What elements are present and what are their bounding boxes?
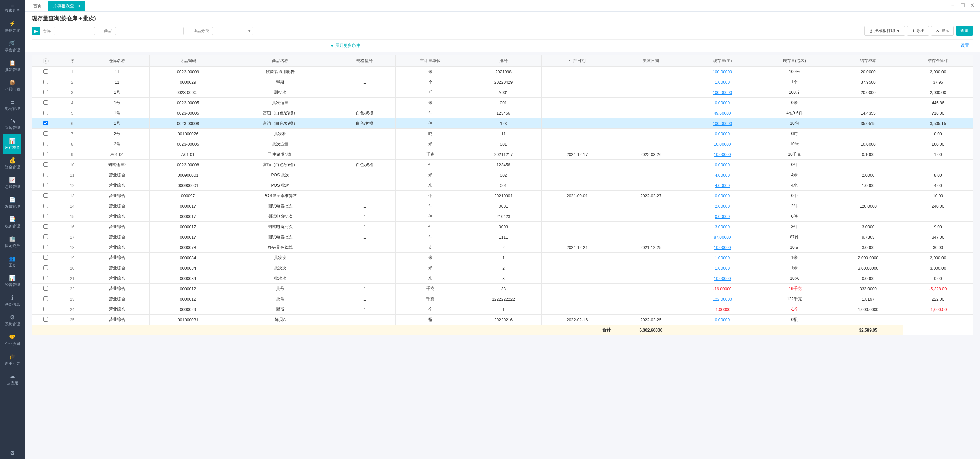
table-row[interactable]: 4 1号 0023-00005 批次适量 米 001 0.00000 0米 44… — [32, 98, 973, 108]
row-checkbox[interactable] — [32, 232, 60, 242]
close-button[interactable]: ✕ — [968, 2, 977, 9]
minimize-button[interactable]: － — [948, 2, 958, 9]
row-qty[interactable]: 0.00000 — [689, 160, 756, 170]
row-qty[interactable]: 122.00000 — [689, 294, 756, 304]
row-checkbox[interactable] — [32, 88, 60, 98]
table-row[interactable]: 15 营业综合 0000017 测试电窗批次 1 件 210423 0.0000… — [32, 212, 973, 222]
row-checkbox[interactable] — [32, 315, 60, 325]
select-all-icon[interactable]: ○ — [43, 58, 49, 64]
row-qty[interactable]: 87.00000 — [689, 232, 756, 242]
sidebar-item-1[interactable]: ⚡快捷导航 — [3, 17, 21, 37]
table-row[interactable]: 19 营业综合 0000084 批次次 米 1 1.00000 1米 2,000… — [32, 253, 973, 263]
sidebar-item-16[interactable]: ⚙系统管理 — [3, 311, 21, 330]
sidebar-item-19[interactable]: ☁云应用 — [3, 370, 21, 389]
row-checkbox[interactable] — [32, 304, 60, 315]
row-qty[interactable]: 1.00000 — [689, 77, 756, 88]
setting-button[interactable]: 设置 — [956, 41, 973, 50]
row-qty[interactable]: -1.00000 — [689, 304, 756, 315]
sidebar-item-14[interactable]: 📊经营管理 — [3, 271, 21, 291]
table-row[interactable]: 12 营业综合 000900001 POS 批次 米 001 4.00000 4… — [32, 180, 973, 191]
warehouse-input[interactable] — [54, 27, 95, 35]
row-qty[interactable]: 0.00000 — [689, 212, 756, 222]
sidebar-item-4[interactable]: 📦小额电商 — [3, 76, 21, 96]
row-checkbox[interactable] — [32, 77, 60, 88]
sidebar-item-3[interactable]: 📋批发管理 — [3, 56, 21, 76]
table-row[interactable]: 16 营业综合 0000017 测试电窗批次 1 件 0003 3.00000 … — [32, 222, 973, 232]
row-qty[interactable]: 1.00000 — [689, 263, 756, 273]
print-button[interactable]: 🖨 按模板打印 ▼ — [864, 26, 905, 36]
tab-home[interactable]: 首页 — [28, 1, 47, 11]
table-row[interactable]: 24 营业综合 0000029 攀斯 1 个 1 -1.00000 -1个 1,… — [32, 304, 973, 315]
row-qty[interactable]: 3.00000 — [689, 222, 756, 232]
sidebar-item-8[interactable]: 💰资金管理 — [3, 154, 21, 173]
sidebar-item-6[interactable]: 🛍采购管理 — [3, 115, 21, 134]
table-row[interactable]: 25 营业综合 001000031 鲜贝A 瓶 20220216 2022-02… — [32, 315, 973, 325]
table-row[interactable]: 11 营业综合 000900001 POS 批次 米 002 4.00000 4… — [32, 170, 973, 180]
sidebar-item-11[interactable]: 📑税务管理 — [3, 212, 21, 232]
row-qty[interactable]: 1.00000 — [689, 253, 756, 263]
row-qty[interactable]: 10.00000 — [689, 139, 756, 150]
sidebar-item-17[interactable]: 🤝企业协同 — [3, 330, 21, 350]
row-qty[interactable]: 100.00000 — [689, 118, 756, 129]
row-qty[interactable]: 0.00000 — [689, 315, 756, 325]
sidebar-item-13[interactable]: 👥工资 — [3, 252, 21, 271]
row-checkbox[interactable] — [32, 222, 60, 232]
row-checkbox[interactable] — [32, 98, 60, 108]
row-qty[interactable]: 4.00000 — [689, 170, 756, 180]
tab-close-icon[interactable]: ✕ — [77, 4, 80, 8]
sidebar-item-7[interactable]: 📊库存核查 — [3, 134, 21, 154]
table-row[interactable]: 5 1号 0023-00005 富谊（白色/奶橙） 白色/奶橙 件 123456… — [32, 108, 973, 118]
row-qty[interactable]: 0.00000 — [689, 129, 756, 139]
row-checkbox[interactable] — [32, 191, 60, 201]
sidebar-item-18[interactable]: 🎓新手引导 — [3, 350, 21, 370]
table-row[interactable]: 2 11 0000029 攀斯 1 个 20220429 1.00000 1个 … — [32, 77, 973, 88]
row-qty[interactable]: 10.00000 — [689, 150, 756, 160]
table-row[interactable]: 14 营业综合 0000017 测试电窗批次 1 件 0001 2.00000 … — [32, 201, 973, 212]
table-row[interactable]: 1 11 0023-00009 软聚氯通用轮告 米 2021098 100.00… — [32, 67, 973, 77]
row-checkbox[interactable] — [32, 108, 60, 118]
row-checkbox[interactable] — [32, 180, 60, 191]
table-row[interactable]: 3 1号 0023-0000... 测批次 斤 A001 100.00000 1… — [32, 88, 973, 98]
sidebar-item-5[interactable]: 🖥电商管理 — [3, 96, 21, 115]
query-button[interactable]: 查询 — [956, 26, 973, 36]
row-qty[interactable]: 10.00000 — [689, 273, 756, 284]
table-row[interactable]: 20 营业综合 0000084 批次次 米 2 1.00000 1米 3,000… — [32, 263, 973, 273]
table-row[interactable]: 22 营业综合 0000012 批号 1 千克 33 -16.00000 -16… — [32, 284, 973, 294]
sidebar-setting[interactable]: ⚙ — [0, 446, 25, 459]
filter-arrow-btn[interactable]: ▶ — [32, 27, 40, 35]
row-checkbox[interactable] — [32, 284, 60, 294]
row-checkbox[interactable] — [32, 242, 60, 253]
tab-inventory-batch[interactable]: 库存批次查 ✕ — [48, 1, 85, 11]
table-row[interactable]: 21 营业综合 0000084 批次次 米 3 10.00000 10米 0.0… — [32, 273, 973, 284]
row-qty[interactable]: 10.00000 — [689, 242, 756, 253]
row-checkbox[interactable] — [32, 273, 60, 284]
table-row[interactable]: 8 2号 0023-00005 批次适量 米 001 10.00000 10米 … — [32, 139, 973, 150]
row-qty[interactable]: 100.00000 — [689, 88, 756, 98]
sidebar-item-10[interactable]: 📄发票管理 — [3, 193, 21, 212]
expand-conditions-btn[interactable]: ▼ 展开更多条件 — [330, 41, 360, 50]
row-checkbox[interactable] — [32, 67, 60, 77]
table-row[interactable]: 7 2号 001000026 批次柜 吨 11 0.00000 0吨 0.00 — [32, 129, 973, 139]
row-checkbox[interactable] — [32, 129, 60, 139]
display-button[interactable]: 👁 显示 — [931, 26, 954, 36]
sidebar-item-15[interactable]: ℹ基础信息 — [3, 291, 21, 311]
row-checkbox[interactable] — [32, 150, 60, 160]
goods-input[interactable] — [115, 27, 184, 35]
row-checkbox[interactable] — [32, 118, 60, 129]
row-qty[interactable]: -16.00000 — [689, 284, 756, 294]
row-qty[interactable]: 49.60000 — [689, 108, 756, 118]
row-checkbox[interactable] — [32, 160, 60, 170]
row-checkbox[interactable] — [32, 139, 60, 150]
row-checkbox[interactable] — [32, 201, 60, 212]
table-row[interactable]: 17 营业综合 0000017 测试电窗批次 1 件 1111 87.00000… — [32, 232, 973, 242]
row-qty[interactable]: 2.00000 — [689, 201, 756, 212]
export-button[interactable]: ⬆ 导出 — [907, 26, 929, 36]
row-qty[interactable]: 0.00000 — [689, 191, 756, 201]
table-row[interactable]: 10 测试适量2 0023-00008 富谊（白色/奶橙） 白色/奶橙 件 12… — [32, 160, 973, 170]
row-checkbox[interactable] — [32, 294, 60, 304]
table-row[interactable]: 13 营业综合 000097 POS显示率准异常 个 20210901 2021… — [32, 191, 973, 201]
sidebar-search[interactable]: ☰ 搜索菜单 — [0, 0, 25, 17]
sidebar-item-12[interactable]: 🏢固定资产 — [3, 232, 21, 252]
row-checkbox[interactable] — [32, 253, 60, 263]
table-row[interactable]: 23 营业综合 0000012 批号 1 千克 1222222222 122.0… — [32, 294, 973, 304]
